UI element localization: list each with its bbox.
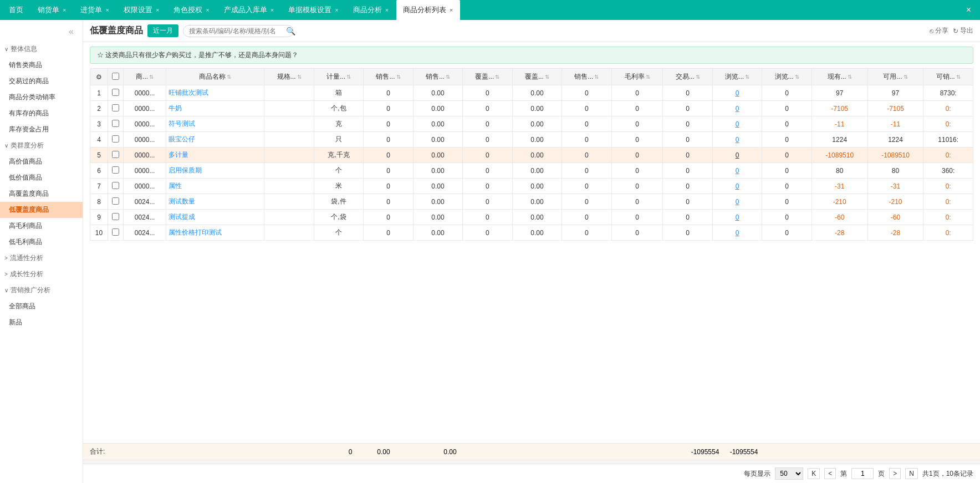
row-name[interactable]: 旺铺批次测试 [166, 85, 264, 101]
row-browse1[interactable]: 0 [712, 210, 762, 225]
sidebar-section-marketing[interactable]: ∨ 营销推广分析 [0, 282, 83, 298]
row-available: -210 [867, 194, 923, 210]
row-name[interactable]: 多计量 [166, 148, 264, 163]
nav-sales-close[interactable]: × [63, 0, 66, 20]
th-browse2[interactable]: 浏览...⇅ [762, 69, 811, 85]
row-checkbox[interactable] [108, 85, 124, 101]
row-name[interactable]: 测试数量 [166, 194, 264, 210]
th-browse1[interactable]: 浏览...⇅ [712, 69, 762, 85]
th-sales-amt[interactable]: 销售...⇅ [413, 69, 462, 85]
nav-permissions[interactable]: 权限设置 × [117, 0, 166, 20]
nav-finished-goods-close[interactable]: × [270, 0, 274, 20]
nav-home[interactable]: 首页 [2, 0, 30, 20]
sidebar-section-growth[interactable]: > 成长性分析 [0, 266, 83, 282]
sidebar-collapse-btn[interactable]: « [64, 24, 78, 39]
nav-analysis-list[interactable]: 商品分析列表 × [396, 0, 460, 20]
row-browse1[interactable]: 0 [712, 179, 762, 194]
nav-permissions-close[interactable]: × [156, 0, 159, 20]
sidebar-item-stock-goods[interactable]: 有库存的商品 [0, 105, 83, 121]
sidebar-item-stock-capital[interactable]: 库存资金占用 [0, 121, 83, 138]
row-checkbox[interactable] [108, 194, 124, 210]
row-checkbox[interactable] [108, 163, 124, 179]
th-trade[interactable]: 交易...⇅ [663, 69, 712, 85]
th-settings[interactable]: ⚙ [90, 69, 108, 85]
sidebar-item-high-coverage[interactable]: 高覆盖度商品 [0, 186, 83, 202]
nav-analysis-close[interactable]: × [385, 0, 389, 20]
row-name[interactable]: 牛奶 [166, 101, 264, 116]
row-browse1[interactable]: 0 [712, 101, 762, 116]
date-filter-button[interactable]: 近一月 [147, 24, 178, 37]
row-checkbox[interactable] [108, 179, 124, 194]
row-name[interactable]: 启用保质期 [166, 163, 264, 179]
th-spec[interactable]: 规格...⇅ [264, 69, 314, 85]
row-browse1[interactable]: 0 [712, 225, 762, 241]
row-name[interactable]: 属性价格打印测试 [166, 225, 264, 241]
row-browse2: 0 [762, 163, 811, 179]
sidebar-section-liquidity[interactable]: > 流通性分析 [0, 250, 83, 266]
last-page-button[interactable]: N [905, 468, 918, 479]
first-page-button[interactable]: K [808, 468, 820, 479]
row-browse1[interactable]: 0 [712, 132, 762, 148]
row-name[interactable]: 符号测试 [166, 116, 264, 132]
th-sales-qty[interactable]: 销售...⇅ [364, 69, 413, 85]
nav-product-analysis[interactable]: 商品分析 × [346, 0, 395, 20]
row-unit: 个,包 [314, 101, 363, 116]
row-checkbox[interactable] [108, 225, 124, 241]
th-cover1[interactable]: 覆盖...⇅ [463, 69, 512, 85]
sidebar-item-traded-goods[interactable]: 交易过的商品 [0, 73, 83, 89]
sidebar-item-low-margin[interactable]: 低毛利商品 [0, 234, 83, 250]
nav-roles[interactable]: 角色授权 × [167, 0, 216, 20]
row-browse1[interactable]: 0 [712, 85, 762, 101]
nav-purchase[interactable]: 进货单 × [74, 0, 115, 20]
row-name[interactable]: 属性 [166, 179, 264, 194]
nav-close-all[interactable]: × [959, 5, 978, 15]
sidebar-item-sales-goods[interactable]: 销售类商品 [0, 57, 83, 73]
nav-sales[interactable]: 销货单 × [31, 0, 73, 20]
th-unit[interactable]: 计量...⇅ [314, 69, 363, 85]
row-browse1[interactable]: 0 [712, 194, 762, 210]
th-code[interactable]: 商...⇅ [124, 69, 166, 85]
th-gross[interactable]: 毛利率⇅ [611, 69, 663, 85]
share-button[interactable]: ⎋ 分享 [930, 26, 948, 35]
th-checkbox[interactable] [108, 69, 124, 85]
th-available[interactable]: 可用...⇅ [867, 69, 923, 85]
row-checkbox[interactable] [108, 148, 124, 163]
row-checkbox[interactable] [108, 116, 124, 132]
nav-finished-goods[interactable]: 产成品入库单 × [217, 0, 280, 20]
row-browse1[interactable]: 0 [712, 116, 762, 132]
th-cover2[interactable]: 覆盖...⇅ [512, 69, 562, 85]
sidebar-section-cluster[interactable]: ∨ 类群度分析 [0, 138, 83, 154]
th-current[interactable]: 现有...⇅ [811, 69, 867, 85]
sidebar-item-new-goods[interactable]: 新品 [0, 314, 83, 331]
nav-template-close[interactable]: × [335, 0, 338, 20]
search-icon[interactable]: 🔍 [286, 27, 295, 35]
sidebar-section-overall[interactable]: ∨ 整体信息 [0, 41, 83, 57]
sidebar-item-category-rate[interactable]: 商品分类动销率 [0, 89, 83, 105]
row-browse1[interactable]: 0 [712, 148, 762, 163]
sidebar-item-low-coverage[interactable]: 低覆盖度商品 [0, 202, 83, 218]
export-button[interactable]: ↻ 导出 [953, 26, 973, 35]
per-page-select[interactable]: 501020100 [775, 467, 803, 480]
th-name[interactable]: 商品名称⇅ [166, 69, 264, 85]
sidebar-item-high-margin[interactable]: 高毛利商品 [0, 218, 83, 234]
sidebar-item-high-value[interactable]: 高价值商品 [0, 154, 83, 170]
row-checkbox[interactable] [108, 101, 124, 116]
row-name[interactable]: 眼宝公仔 [166, 132, 264, 148]
row-checkbox[interactable] [108, 132, 124, 148]
next-page-button[interactable]: > [889, 468, 901, 479]
th-sales3[interactable]: 销售...⇅ [562, 69, 611, 85]
sidebar-item-all-goods[interactable]: 全部商品 [0, 298, 83, 314]
row-browse1[interactable]: 0 [712, 163, 762, 179]
row-name[interactable]: 测试提成 [166, 210, 264, 225]
page-number-input[interactable] [851, 468, 874, 479]
prev-page-button[interactable]: < [824, 468, 836, 479]
th-sellable[interactable]: 可销...⇅ [923, 69, 973, 85]
select-all-checkbox[interactable] [112, 73, 119, 80]
sidebar-item-low-value[interactable]: 低价值商品 [0, 170, 83, 186]
nav-roles-close[interactable]: × [206, 0, 209, 20]
nav-analysis-list-close[interactable]: × [450, 0, 453, 20]
nav-purchase-close[interactable]: × [105, 0, 109, 20]
row-checkbox[interactable] [108, 210, 124, 225]
nav-template-settings[interactable]: 单据模板设置 × [282, 0, 345, 20]
search-input[interactable] [183, 25, 294, 37]
